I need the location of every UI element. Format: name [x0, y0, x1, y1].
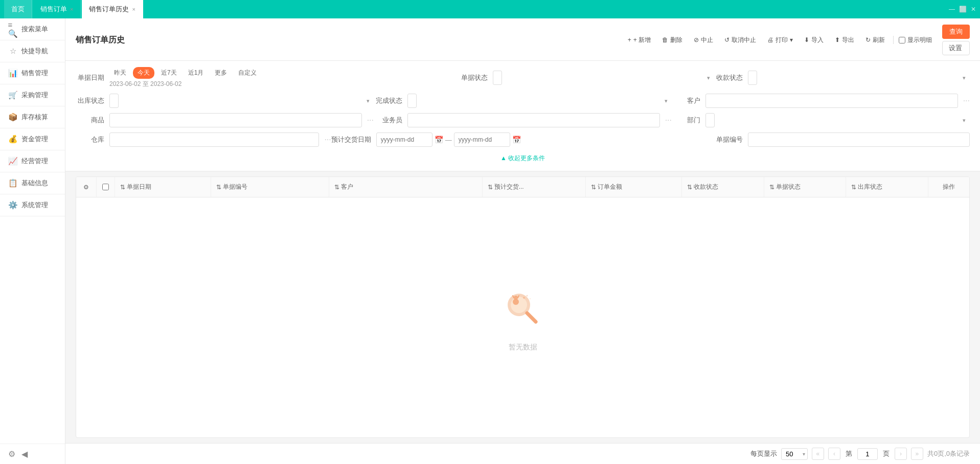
- delivery-date-to-calendar-icon[interactable]: 📅: [512, 136, 521, 144]
- date-pill-more[interactable]: 更多: [210, 67, 232, 79]
- salesperson-input[interactable]: [407, 113, 660, 127]
- query-label: 查询: [949, 27, 963, 36]
- restore-button[interactable]: ⬜: [959, 6, 967, 13]
- out-status-select[interactable]: [109, 94, 119, 108]
- warehouse-input[interactable]: [109, 132, 319, 147]
- import-label: 导入: [811, 36, 824, 45]
- tab-home[interactable]: 首页: [4, 0, 32, 18]
- th-customer-label: 客户: [341, 183, 353, 191]
- goods-dots-icon[interactable]: ···: [367, 116, 374, 125]
- sidebar-item-basic-info-label: 基础信息: [21, 179, 48, 188]
- sidebar-item-search-menu[interactable]: ≡🔍 搜索菜单: [0, 18, 65, 40]
- first-page-button[interactable]: «: [812, 448, 824, 460]
- bill-status-select-wrap: ▾: [493, 71, 715, 85]
- export-button[interactable]: ⬆ 导出: [832, 34, 857, 47]
- bill-status-select[interactable]: [493, 71, 502, 85]
- settings-button[interactable]: 设置: [942, 41, 970, 55]
- stop-label: 中止: [701, 36, 713, 45]
- select-all-checkbox[interactable]: [102, 184, 109, 190]
- per-page-select-wrap: 10 20 50 100 ▾: [781, 448, 808, 460]
- tab-sales-order[interactable]: 销售订单 ×: [33, 0, 81, 18]
- minimize-button[interactable]: —: [949, 6, 955, 13]
- th-number[interactable]: ⇅ 单据编号: [211, 177, 329, 197]
- cancel-stop-button[interactable]: ↺ 取消中止: [721, 34, 759, 47]
- display-detail-checkbox[interactable]: [899, 37, 905, 43]
- capital-mgmt-icon: 💰: [8, 135, 17, 144]
- sidebar-item-purchase-mgmt-label: 采购管理: [21, 91, 48, 100]
- goods-input[interactable]: [109, 113, 362, 127]
- filter-complete-status-item: 完成状态 ▾: [374, 94, 672, 108]
- th-out-status[interactable]: ⇅ 出库状态: [846, 177, 928, 197]
- salesperson-dots-icon[interactable]: ···: [665, 116, 672, 125]
- prev-page-button[interactable]: ‹: [828, 448, 840, 460]
- window-controls: — ⬜ ✕: [949, 6, 976, 13]
- print-button[interactable]: 🖨 打印 ▾: [764, 34, 796, 47]
- th-date-sort-icon: ⇅: [120, 184, 125, 191]
- svg-point-8: [526, 295, 528, 296]
- sidebar-item-quick-nav[interactable]: ☆ 快捷导航: [0, 40, 65, 62]
- per-page-select[interactable]: 10 20 50 100: [781, 448, 808, 460]
- sidebar-item-inventory[interactable]: 📦 库存核算: [0, 106, 65, 128]
- new-button[interactable]: + + 新增: [625, 34, 654, 47]
- import-button[interactable]: ⬇ 导入: [801, 34, 827, 47]
- close-tab-history-icon[interactable]: ×: [132, 6, 135, 12]
- th-settings[interactable]: ⚙: [76, 177, 97, 197]
- customer-input[interactable]: [705, 94, 958, 108]
- delivery-date-label: 预计交货日期: [331, 135, 371, 144]
- th-checkbox[interactable]: [97, 177, 115, 197]
- stop-button[interactable]: ⊘ 中止: [691, 34, 716, 47]
- empty-text: 暂无数据: [509, 343, 537, 352]
- sidebar-item-operations-mgmt[interactable]: 📈 经营管理: [0, 150, 65, 172]
- filter-row-4: 仓库 ··· 预计交货日期 📅 — 📅 单据编号: [76, 132, 970, 147]
- sidebar-item-system-mgmt[interactable]: ⚙️ 系统管理: [0, 194, 65, 216]
- display-detail-toggle[interactable]: 显示明细: [899, 36, 932, 45]
- filter-row-1: 单据日期 昨天 今天 近7天 近1月 更多 自定义 2023-06-02 至 2…: [76, 67, 970, 89]
- warehouse-dots-icon[interactable]: ···: [324, 135, 331, 144]
- delivery-date-to-input[interactable]: [454, 132, 510, 147]
- data-table: ⚙ ⇅ 单据日期 ⇅ 单据编号 ⇅ 客户: [76, 176, 970, 438]
- date-pill-yesterday[interactable]: 昨天: [109, 67, 131, 79]
- date-pill-custom[interactable]: 自定义: [234, 67, 261, 79]
- search-menu-icon: ≡🔍: [8, 25, 17, 34]
- sidebar-item-system-mgmt-label: 系统管理: [21, 201, 48, 210]
- th-date[interactable]: ⇅ 单据日期: [115, 177, 211, 197]
- receipt-status-select[interactable]: [748, 71, 757, 85]
- sidebar-item-purchase-mgmt[interactable]: 🛒 采购管理: [0, 84, 65, 106]
- complete-status-select[interactable]: [407, 94, 417, 108]
- query-button[interactable]: 查询: [942, 25, 970, 39]
- delivery-date-from-input[interactable]: [376, 132, 432, 147]
- th-delivery[interactable]: ⇅ 预计交货...: [483, 177, 586, 197]
- customer-dots-icon[interactable]: ···: [963, 96, 970, 105]
- refresh-button[interactable]: ↻ 刷新: [862, 34, 888, 47]
- delivery-date-from-calendar-icon[interactable]: 📅: [435, 136, 443, 144]
- sidebar-item-basic-info[interactable]: 📋 基础信息: [0, 172, 65, 194]
- dept-select-wrap: ▾: [705, 113, 970, 127]
- sidebar-settings-icon[interactable]: ⚙: [8, 449, 15, 459]
- date-pill-7days[interactable]: 近7天: [156, 67, 181, 79]
- th-out-sort-icon: ⇅: [851, 184, 856, 191]
- th-number-sort-icon: ⇅: [216, 184, 221, 191]
- cancel-stop-icon: ↺: [724, 36, 730, 43]
- close-tab-sales-order-icon[interactable]: ×: [70, 6, 73, 12]
- delete-button[interactable]: 🗑 删除: [659, 34, 686, 47]
- bill-no-input[interactable]: [748, 132, 970, 147]
- th-bill-status[interactable]: ⇅ 单据状态: [764, 177, 847, 197]
- date-pill-today[interactable]: 今天: [133, 67, 154, 79]
- page-number-input[interactable]: [857, 448, 878, 460]
- sidebar-collapse-icon[interactable]: ◀: [21, 449, 28, 459]
- th-receipt-status[interactable]: ⇅ 收款状态: [682, 177, 764, 197]
- system-mgmt-icon: ⚙️: [8, 201, 17, 210]
- tab-sales-order-history[interactable]: 销售订单历史 ×: [82, 0, 143, 18]
- table-settings-icon[interactable]: ⚙: [83, 184, 89, 191]
- sidebar-item-sales-mgmt[interactable]: 📊 销售管理: [0, 62, 65, 84]
- th-amount[interactable]: ⇅ 订单金额: [586, 177, 682, 197]
- dept-select[interactable]: [705, 113, 715, 127]
- sidebar-item-capital-mgmt[interactable]: 💰 资金管理: [0, 128, 65, 150]
- next-page-button[interactable]: ›: [895, 448, 907, 460]
- th-customer[interactable]: ⇅ 客户: [329, 177, 483, 197]
- operations-mgmt-icon: 📈: [8, 157, 17, 166]
- last-page-button[interactable]: »: [911, 448, 923, 460]
- close-window-button[interactable]: ✕: [971, 6, 976, 13]
- collapse-row[interactable]: ▲ 收起更多条件: [76, 152, 970, 165]
- date-pill-1month[interactable]: 近1月: [184, 67, 209, 79]
